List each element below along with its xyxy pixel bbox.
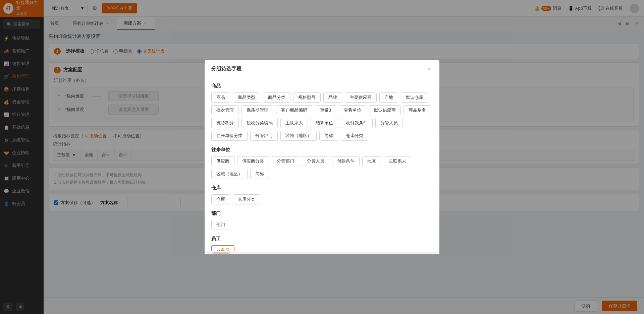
field-tag-partner-contact[interactable]: 主联系人 <box>384 156 411 166</box>
field-tags-product: 商品 商品类型 商品分类 规格型号 品牌 主要供应商 产地 默认仓库 批次管理 … <box>211 92 433 141</box>
field-tag-partner-dept[interactable]: 分管部门 <box>272 156 299 166</box>
field-tag-expiry-mgmt[interactable]: 保质期管理 <box>241 105 273 115</box>
field-tag-partner-category[interactable]: 往来单位分类 <box>211 131 248 141</box>
field-tag-department[interactable]: 部门 <box>211 220 230 230</box>
field-tag-area[interactable]: 地区 <box>362 156 381 166</box>
field-tag-partner-short[interactable]: 简称 <box>250 169 269 179</box>
field-tag-product-alias[interactable]: 商品别名 <box>404 105 431 115</box>
field-tag-settlement-unit[interactable]: 结算单位 <box>311 118 338 128</box>
field-group-warehouse: 仓库 仓库 仓库分类 <box>211 185 433 204</box>
field-group-employee-title: 员工 <box>211 236 433 242</box>
field-tag-default-supplier[interactable]: 默认供应商 <box>369 105 401 115</box>
modal-overlay: 分组待选字段 × 商品 商品 商品类型 商品分类 规格型号 品牌 主要供应商 产… <box>0 0 644 314</box>
modal-close-button[interactable]: × <box>425 65 433 73</box>
field-tag-short-name[interactable]: 简称 <box>319 131 338 141</box>
field-group-partner: 往来单位 供应商 供应商分类 分管部门 分管人员 付款条件 地区 主联系人 区域… <box>211 147 433 179</box>
field-tag-product-type[interactable]: 商品类型 <box>233 92 260 103</box>
modal-title: 分组待选字段 <box>211 66 241 72</box>
field-group-warehouse-title: 仓库 <box>211 185 433 191</box>
field-group-product: 商品 商品 商品类型 商品分类 规格型号 品牌 主要供应商 产地 默认仓库 批次… <box>211 83 433 141</box>
field-tag-spec-model[interactable]: 规格型号 <box>293 92 321 103</box>
field-tag-tax-code[interactable]: 税收分类编码 <box>241 118 278 128</box>
field-tag-pick-score[interactable]: 拣货积分 <box>211 118 239 128</box>
modal-body[interactable]: 商品 商品 商品类型 商品分类 规格型号 品牌 主要供应商 产地 默认仓库 批次… <box>205 78 439 251</box>
field-tag-partner-region[interactable]: 区域（地区） <box>211 169 248 179</box>
field-tag-warehouse[interactable]: 仓库 <box>211 194 230 204</box>
field-tags-employee: 业务员 <box>211 245 433 251</box>
field-tag-customer-code[interactable]: 客户商品编码 <box>276 105 312 115</box>
field-tag-region[interactable]: 区域（地区） <box>280 131 317 141</box>
field-group-product-title: 商品 <box>211 83 433 89</box>
field-tag-payment-terms[interactable]: 收付款条件 <box>341 118 373 128</box>
field-tag-payment-condition[interactable]: 付款条件 <box>332 156 360 166</box>
modal-header: 分组待选字段 × <box>205 60 439 78</box>
field-group-department: 部门 部门 <box>211 210 433 230</box>
field-tag-weight3[interactable]: 重量3 <box>315 105 336 115</box>
field-tag-supplier-category[interactable]: 供应商分类 <box>237 156 269 166</box>
modal-horizontal-scrollbar[interactable] <box>205 251 439 254</box>
field-tag-default-warehouse[interactable]: 默认仓库 <box>401 92 428 103</box>
field-tags-partner: 供应商 供应商分类 分管部门 分管人员 付款条件 地区 主联系人 区域（地区） … <box>211 156 433 179</box>
field-tag-supervisor[interactable]: 分管人员 <box>375 118 403 128</box>
field-group-partner-title: 往来单位 <box>211 147 433 153</box>
hscroll-track <box>206 252 438 254</box>
field-tag-batch-mgmt[interactable]: 批次管理 <box>211 105 239 115</box>
field-tag-main-contact[interactable]: 主联系人 <box>280 118 308 128</box>
field-tag-origin[interactable]: 产地 <box>379 92 398 103</box>
field-tag-salesman[interactable]: 业务员 <box>211 245 234 251</box>
field-tag-warehouse-cat[interactable]: 仓库分类 <box>233 194 260 204</box>
field-tag-retail-unit[interactable]: 零售单位 <box>339 105 366 115</box>
field-tag-warehouse-category[interactable]: 仓库分类 <box>341 131 368 141</box>
field-tag-brand[interactable]: 品牌 <box>323 92 342 103</box>
field-tag-supplier[interactable]: 供应商 <box>211 156 234 166</box>
field-group-employee: 员工 业务员 <box>211 236 433 251</box>
field-tag-partner-supervisor[interactable]: 分管人员 <box>302 156 329 166</box>
hscroll-thumb[interactable] <box>213 252 230 254</box>
field-tag-product[interactable]: 商品 <box>211 92 230 103</box>
field-tags-warehouse: 仓库 仓库分类 <box>211 194 433 204</box>
field-tag-main-supplier[interactable]: 主要供应商 <box>345 92 377 103</box>
field-tags-department: 部门 <box>211 220 433 230</box>
field-group-department-title: 部门 <box>211 210 433 216</box>
field-tag-product-category[interactable]: 商品分类 <box>263 92 290 103</box>
field-select-modal: 分组待选字段 × 商品 商品 商品类型 商品分类 规格型号 品牌 主要供应商 产… <box>205 60 439 254</box>
field-tag-dept[interactable]: 分管部门 <box>250 131 278 141</box>
